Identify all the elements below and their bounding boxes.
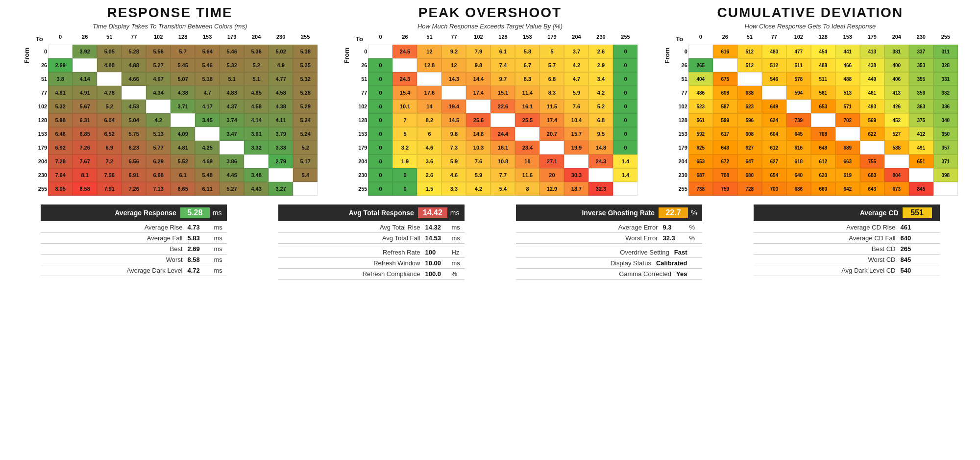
matrix-cell: 1.9 [392,154,417,168]
matrix-cell: 4.38 [171,86,195,100]
matrix-cell: 5.75 [122,127,146,141]
matrix-cell: 4.34 [146,86,171,100]
matrix-cell: 19.4 [441,100,466,113]
matrix-cell: 20.7 [539,127,564,141]
matrix-cell: 5.02 [269,45,293,58]
stat-row: Gamma CorrectedYes [516,269,702,280]
matrix-row: 20401.93.65.97.610.81827.124.31.4 [350,154,637,168]
matrix-row: 2307.648.17.566.916.686.15.484.453.485.4 [30,168,318,182]
matrix-cell [441,86,466,100]
matrix-cell: 512 [762,58,786,72]
col-header: 204 [884,34,909,44]
matrix-cell: 5.7 [539,58,564,72]
stat-label: Gamma Corrected [516,270,677,278]
matrix-cell: 622 [860,127,884,141]
matrix-cell: 11.5 [539,100,564,113]
col-header: 0 [688,34,713,44]
matrix-cell: 4.85 [244,86,269,100]
to-label-row-2: To0265177102128153179204230255 [671,34,958,44]
stat-row: Average Dark Level4.72ms [41,265,227,276]
stat-label: Average CD Fall [754,234,901,242]
stat-main-cd: Average CD551 [754,204,940,221]
col-header: 255 [613,34,637,44]
matrix-cell: 5.46 [195,58,220,72]
matrix-cell: 6.8 [588,113,613,127]
matrix-cell: 2.79 [269,154,293,168]
matrix-cell: 5.24 [293,127,318,141]
matrix-cell: 4.25 [195,141,220,154]
matrix-cell: 5.07 [171,72,195,86]
matrix-cell: 638 [737,86,762,100]
stat-label: Best [41,245,188,253]
stat-main-label-ig: Inverse Ghosting Rate [521,209,659,217]
stat-value: 9.3 [663,224,687,231]
matrix-cell: 569 [860,113,884,127]
col-header: 26 [713,34,737,44]
row-header: 51 [350,72,368,86]
matrix-cell: 675 [713,72,737,86]
matrix-cell: 23.4 [515,141,539,154]
matrix-cell: 5 [539,45,564,58]
matrix-cell: 561 [688,113,713,127]
matrix-cell: 0 [392,182,417,196]
matrix-cell: 15.1 [490,86,515,100]
matrix-row: 0616512480477454441413381337311 [671,45,958,58]
matrix-cell: 4.14 [73,72,97,86]
matrix-cell: 3.3 [441,182,466,196]
charts-row: RESPONSE TIMETime Display Takes To Trans… [10,5,970,196]
matrix-cell: 6.91 [122,168,146,182]
matrix-row: 153592617608604645708622527412350 [671,127,958,141]
matrix-cell: 4.9 [269,58,293,72]
matrix-cell: 5.2 [588,100,613,113]
stat-value: Yes [676,270,687,278]
matrix-cell: 356 [909,86,933,100]
stat-label: Refresh Compliance [278,270,425,278]
stat-unit: ms [450,224,465,231]
stat-row [278,244,465,247]
matrix-cell: 578 [786,72,811,86]
matrix-cell: 594 [786,86,811,100]
col-header: 0 [48,34,73,44]
stat-label: Overdrive Setting [516,249,674,256]
matrix-cell: 9.8 [466,58,490,72]
matrix-cell: 4.77 [269,72,293,86]
matrix-cell: 686 [786,182,811,196]
matrix-row: 1025.325.675.24.533.714.174.374.584.385.… [30,100,318,113]
row-header: 51 [671,72,688,86]
matrix-cell: 653 [811,100,835,113]
matrix-cell: 592 [688,127,713,141]
matrix-cell: 5.9 [441,154,466,168]
matrix-cell: 649 [762,100,786,113]
row-header: 102 [671,100,688,113]
matrix-cell: 5.24 [293,113,318,127]
stat-value: 265 [901,245,925,253]
matrix-cell: 3.74 [220,113,244,127]
matrix-cell: 5.28 [122,45,146,58]
matrix-cell: 512 [737,58,762,72]
matrix-row: 774.814.914.784.344.384.74.834.854.585.2… [30,86,318,100]
matrix-row: 1536.466.856.525.755.134.093.473.613.795… [30,127,318,141]
matrix-cell [392,58,417,72]
matrix-row: 1285.986.316.045.044.23.453.744.144.115.… [30,113,318,127]
matrix-cell: 5.1 [220,72,244,86]
row-header: 0 [671,45,688,58]
matrix-cell: 5.98 [48,113,73,127]
matrix-row: 1796.927.266.96.235.774.814.253.323.335.… [30,141,318,154]
matrix-cell: 5.77 [146,141,171,154]
matrix-cell: 25.5 [515,113,539,127]
matrix-cell: 15.4 [392,86,417,100]
matrix-cell: 0 [613,127,637,141]
matrix-cell: 3.2 [392,141,417,154]
stat-main-label-po: Avg Total Response [283,209,418,217]
matrix-cell: 438 [860,58,884,72]
from-label-1: From [342,48,350,64]
matrix-cell: 7.2 [97,154,122,168]
matrix-cell: 331 [933,72,958,86]
row-header: 153 [30,127,48,141]
stat-unit: ms [450,234,465,242]
matrix-row: 102523587623649653571493426363336 [671,100,958,113]
matrix-cell [933,182,958,196]
row-header: 153 [350,127,368,141]
row-header: 26 [30,58,48,72]
stat-label: Avg Dark Level CD [754,267,901,274]
